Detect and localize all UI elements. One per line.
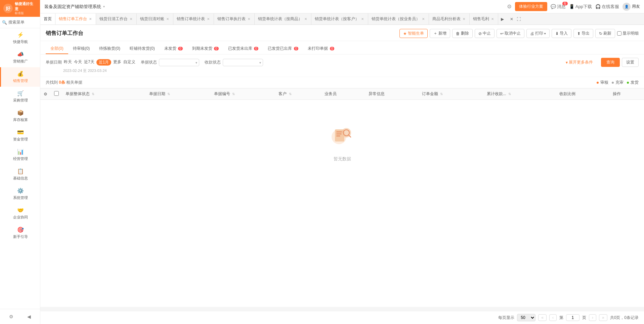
col-date-sort[interactable]: ⇅ — [167, 92, 170, 96]
col-status-label: 单据整体状态 — [66, 91, 90, 96]
sub-tab-unshipped[interactable]: 未发货 0 — [160, 44, 187, 54]
prev-page-btn[interactable]: ‹ — [549, 314, 557, 321]
sidebar-item-purchase[interactable]: 🛒 采购管理 — [0, 87, 40, 106]
industry-btn[interactable]: 体验行业方案 — [515, 2, 547, 11]
sub-tab-shipped-not-out[interactable]: 已发货未出库 0 — [223, 44, 263, 54]
app-download-btn[interactable]: 📱 App下载 — [569, 4, 592, 10]
col-no-sort[interactable]: ⇅ — [232, 92, 235, 96]
sub-tab-overdue[interactable]: 到期未发货 0 — [187, 44, 223, 54]
sub-tab-pending-check[interactable]: 待拣验货(0) — [94, 44, 125, 54]
col-status-sort[interactable]: ⇅ — [92, 92, 94, 96]
sidebar-item-newbie[interactable]: 🎯 新手引导 — [0, 223, 40, 243]
expand-filter-btn[interactable]: ▾ 展开更多条件 — [566, 59, 593, 65]
import-btn[interactable]: ⬇ 导入 — [552, 29, 571, 38]
query-btn[interactable]: 查询 — [601, 58, 620, 67]
print-btn[interactable]: 🖨 打印 ▾ — [526, 29, 550, 38]
tab-gross-margin-close[interactable]: ✕ — [462, 17, 466, 21]
sidebar-item-marketing[interactable]: 📣 营销推广 — [0, 48, 40, 67]
page-size-select[interactable]: 10 20 50 100 — [517, 314, 535, 321]
tab-customer-stat-close[interactable]: ✕ — [360, 17, 364, 21]
filter-payment: 收款状态 — [205, 59, 263, 66]
sub-tab-all[interactable]: 全部(0) — [46, 44, 68, 54]
sub-tab-unprinted[interactable]: 未打印单据 0 — [303, 44, 339, 54]
show-detail-checkbox[interactable] — [617, 31, 621, 36]
tab-sales-exec-close[interactable]: ✕ — [247, 17, 251, 21]
date-today[interactable]: 今天 — [74, 59, 82, 66]
col-settings-icon[interactable]: ⚙ — [44, 92, 47, 96]
sub-tab-shipped-out[interactable]: 已发货已出库 0 — [263, 44, 303, 54]
sidebar-item-system[interactable]: ⚙️ 系统管理 — [0, 184, 40, 204]
audit-action-btn[interactable]: 审核 — [597, 80, 608, 85]
first-page-btn[interactable]: « — [538, 314, 547, 321]
sidebar-item-operations[interactable]: 📊 经营管理 — [0, 145, 40, 165]
date-custom[interactable]: 自定义 — [123, 59, 135, 66]
payment-select[interactable] — [223, 59, 263, 66]
last-page-btn[interactable]: » — [599, 314, 607, 321]
sub-tab-wangpu[interactable]: 旺铺待发货(0) — [125, 44, 160, 54]
horizontal-scrollbar[interactable] — [40, 307, 644, 311]
refresh-btn[interactable]: ↻ 刷新 — [595, 29, 615, 38]
tab-sales-exec[interactable]: 销售订单执行表 ✕ — [214, 13, 255, 25]
tabs-more-btn[interactable]: ▶ — [498, 17, 507, 22]
tab-sales-order[interactable]: 销售订单工作台 ✕ — [55, 13, 96, 25]
sub-tab-pending-audit[interactable]: 待审核(0) — [68, 44, 95, 54]
tab-customer-stat[interactable]: 销货单统计表（按客户） ✕ — [311, 13, 368, 25]
sidebar-search[interactable]: 🔍 搜索菜单 — [0, 17, 40, 28]
online-service-btn[interactable]: 🎧 在线客服 — [595, 4, 619, 10]
tab-staff-stat[interactable]: 销货单统计表（按业务员） ✕ — [368, 13, 429, 25]
date-yesterday[interactable]: 昨天 — [64, 59, 72, 66]
tab-reconcile-close[interactable]: ✕ — [166, 17, 170, 21]
col-check[interactable] — [51, 88, 62, 100]
sub-tab-unshipped-label: 未发货 — [164, 46, 176, 51]
tab-reconcile[interactable]: 钱货日清对账 ✕ — [137, 13, 173, 25]
tab-fullscreen-btn[interactable]: ⛶ — [515, 16, 522, 22]
payment-label: 收款状态 — [205, 59, 221, 65]
filter-settings-btn[interactable]: 设置 — [622, 58, 639, 67]
col-customer-sort[interactable]: ⇅ — [289, 92, 292, 96]
sidebar-item-finance[interactable]: 💳 资金管理 — [0, 126, 40, 145]
sidebar-item-sales[interactable]: 💰 销售管理 — [0, 67, 40, 87]
anti-audit-action-btn[interactable]: 充审 — [612, 80, 624, 85]
sidebar-item-basic-info[interactable]: 📋 基础信息 — [0, 165, 40, 184]
show-detail-toggle[interactable]: 显示明细 — [617, 31, 639, 36]
user-menu[interactable]: 👤 用友 — [622, 3, 640, 11]
collapse-sidebar-btn[interactable]: ◀ — [26, 313, 32, 321]
stop-btn[interactable]: ⊘ 中止 — [475, 29, 495, 38]
status-select[interactable] — [159, 59, 199, 66]
tab-sales-margin-close[interactable]: ✕ — [490, 17, 495, 21]
tab-goods-stat[interactable]: 销货单统计表（按商品） ✕ — [255, 13, 311, 25]
settings-footer-btn[interactable]: ⚙ — [8, 313, 15, 321]
tab-sales-order-close[interactable]: ✕ — [88, 17, 92, 21]
sidebar-item-quick-nav[interactable]: ⚡ 快捷导航 — [0, 28, 40, 48]
date-more[interactable]: 更多 — [113, 59, 121, 66]
date-7days[interactable]: 近7天 — [84, 59, 94, 66]
sidebar-item-inventory[interactable]: 📦 库存核算 — [0, 106, 40, 126]
delete-btn[interactable]: 🗑 删除 — [452, 29, 473, 38]
page-input[interactable] — [566, 314, 579, 321]
tab-daily-cash[interactable]: 钱货日清工作台 ✕ — [96, 13, 137, 25]
tab-goods-stat-close[interactable]: ✕ — [304, 17, 308, 21]
add-btn[interactable]: ＋ 新增 — [430, 29, 450, 38]
topbar-settings-icon[interactable]: ⚙ — [507, 3, 512, 10]
ship-action-btn[interactable]: 发货 — [627, 80, 639, 85]
export-btn[interactable]: ⬆ 导出 — [573, 29, 593, 38]
sidebar-item-enterprise[interactable]: 🤝 企业协同 — [0, 204, 40, 223]
select-all-checkbox[interactable] — [54, 91, 59, 96]
col-amount-sort[interactable]: ⇅ — [440, 92, 443, 96]
tab-sales-stat[interactable]: 销售订单统计表 ✕ — [173, 13, 214, 25]
tab-gross-margin[interactable]: 商品毛利分析表 ✕ — [429, 13, 470, 25]
cancel-stop-btn[interactable]: ↩ 取消中止 — [497, 29, 524, 38]
tab-close-all-btn[interactable]: ✕ — [509, 16, 515, 22]
tab-sales-stat-close[interactable]: ✕ — [206, 17, 210, 21]
smart-generate-btn[interactable]: ★ 智能生单 — [399, 29, 428, 38]
tab-home[interactable]: 首页 — [40, 13, 55, 25]
tab-staff-stat-close[interactable]: ✕ — [421, 17, 425, 21]
tab-sales-margin[interactable]: 销售毛利 ✕ — [470, 13, 498, 25]
col-settings[interactable]: ⚙ — [40, 88, 51, 100]
message-btn[interactable]: 💬 消息 6 — [551, 4, 566, 10]
date-1month[interactable]: 近1月 — [96, 59, 112, 66]
tab-daily-cash-close[interactable]: ✕ — [129, 17, 133, 21]
next-page-btn[interactable]: › — [589, 314, 596, 321]
col-collected-sort[interactable]: ⇅ — [508, 92, 511, 96]
sub-tab-overdue-label: 到期未发货 — [192, 46, 212, 51]
